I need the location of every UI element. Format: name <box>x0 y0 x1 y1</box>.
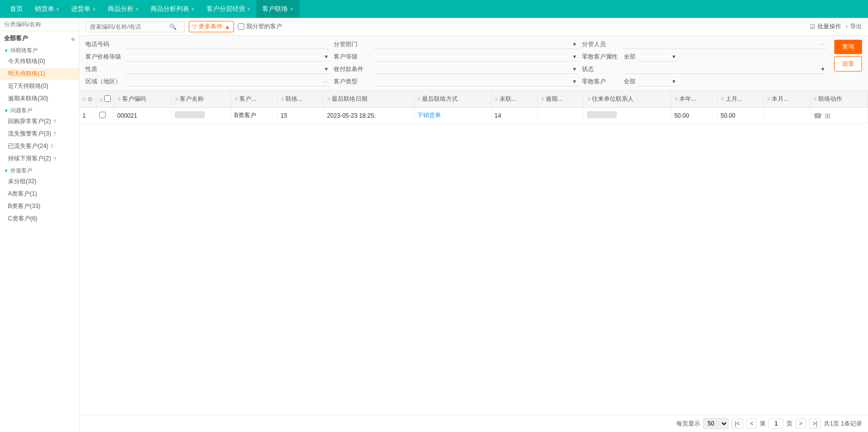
nature-select[interactable]: ▾ <box>125 65 330 74</box>
nav-close-icon[interactable]: × <box>92 6 95 12</box>
sidebar-item-近7天待联络(0)[interactable]: 近7天待联络(0) <box>0 80 79 92</box>
nav-close-icon[interactable]: × <box>247 6 250 12</box>
person-select[interactable]: ··· <box>622 40 826 49</box>
my-customers-checkbox[interactable]: 我分管的客户 <box>238 22 282 31</box>
sidebar-item-回购异常客户(2)[interactable]: 回购异常客户(2)? <box>0 115 79 128</box>
sidebar-item-A类客户(1)[interactable]: A类客户(1) <box>0 188 79 200</box>
first-page-button[interactable]: |< <box>731 419 743 429</box>
sidebar-item-今天待联络(0)[interactable]: 今天待联络(0) <box>0 55 79 68</box>
row-select-checkbox[interactable] <box>99 112 106 118</box>
settings-col-header[interactable]: ⚙ <box>79 91 96 108</box>
prev-page-button[interactable]: < <box>746 419 757 429</box>
sidebar-item-label: 未分组(32) <box>8 177 36 186</box>
my-customers-check-input[interactable] <box>238 23 244 30</box>
collapse-icon[interactable]: « <box>71 35 75 43</box>
table-footer: 每页显示 50 100 200 |< < 第 页 > >| 共1页 1条记录 <box>79 415 868 432</box>
sidebar-search-input[interactable] <box>4 21 78 28</box>
sidebar-item-label: 流失预警客户(3) <box>8 130 51 138</box>
sidebar-item-B类客户(33)[interactable]: B类客户(33) <box>0 200 79 213</box>
sidebar-group-问题客户[interactable]: 问题客户 <box>0 105 79 115</box>
checkbox-col-header[interactable] <box>96 91 114 108</box>
phone-label: 电话号码 <box>85 40 125 49</box>
set-button[interactable]: 设置 <box>834 56 862 72</box>
help-icon[interactable]: ? <box>53 131 56 137</box>
nav-close-icon[interactable]: × <box>136 6 139 12</box>
filter-dept: 分管部门 ▾ <box>334 40 578 49</box>
dept-select[interactable]: ▾ <box>373 40 578 49</box>
scatter-cust-select[interactable]: ▾ <box>638 77 677 86</box>
customer-table: ⚙ 客户编码 客户名称 客户... 联络... 最后联络日期 最后联络方式 未联… <box>79 91 868 124</box>
sidebar-item-逾期未联络(30)[interactable]: 逾期未联络(30) <box>0 92 79 105</box>
status-select[interactable]: ▾ <box>622 65 826 74</box>
select-all-checkbox[interactable] <box>104 95 111 102</box>
sidebar-item-label: B类客户(33) <box>8 202 40 211</box>
filter-search-icon[interactable]: 🔍 <box>169 23 177 30</box>
nav-item-商品分析列表[interactable]: 商品分析列表× <box>145 0 200 18</box>
filter-bar: 🔍 ▽ 更多条件 ▲ 我分管的客户 ☑ 批量操作 ↑ 导出 <box>79 18 868 36</box>
region-select[interactable]: ··· <box>125 77 330 86</box>
next-page-button[interactable]: > <box>796 419 806 429</box>
payment-select[interactable]: ▾ <box>373 65 578 74</box>
page-size-select[interactable]: 50 100 200 <box>703 418 728 429</box>
nav-close-icon[interactable]: × <box>290 6 293 12</box>
sidebar-item-流失预警客户(3)[interactable]: 流失预警客户(3)? <box>0 128 79 140</box>
phone-input[interactable] <box>127 41 328 48</box>
last-method-link[interactable]: 下销货单 <box>417 112 441 119</box>
batch-op-button[interactable]: ☑ 批量操作 <box>810 22 841 31</box>
sidebar-item-C类客户(6)[interactable]: C类客户(6) <box>0 213 79 225</box>
action-icon-1[interactable]: ☎ <box>813 112 822 120</box>
person-label: 分管人员 <box>582 40 622 49</box>
sidebar-item-已流失客户(24)[interactable]: 已流失客户(24)? <box>0 140 79 152</box>
customer-name-blurred <box>175 111 205 118</box>
filter-phone: 电话号码 <box>85 40 330 49</box>
sidebar-item-明天待联络(1)[interactable]: 明天待联络(1) <box>0 68 79 80</box>
checkbox-icon: ☑ <box>810 23 815 30</box>
nav-close-icon[interactable]: × <box>56 6 59 12</box>
help-icon[interactable]: ? <box>53 156 56 162</box>
sidebar-item-持续下滑客户(2)[interactable]: 持续下滑客户(2)? <box>0 152 79 165</box>
sidebar-item-label: 明天待联络(1) <box>8 70 45 78</box>
current-page-label: 第 <box>760 420 766 428</box>
help-icon[interactable]: ? <box>50 144 53 149</box>
filter-button-group: 查询 设置 <box>834 40 862 86</box>
sidebar-group-待联络客户[interactable]: 待联络客户 <box>0 45 79 55</box>
top-nav: 首页销货单×进货单×商品分析×商品分析列表×客户分层经营×客户联络× <box>0 0 868 18</box>
nav-item-销货单[interactable]: 销货单× <box>29 0 65 18</box>
cust-grade-label: 客户等级 <box>334 53 373 61</box>
sidebar-item-未分组(32)[interactable]: 未分组(32) <box>0 175 79 188</box>
more-filter-button[interactable]: ▽ 更多条件 ▲ <box>189 21 234 32</box>
help-icon[interactable]: ? <box>53 119 56 125</box>
nav-item-客户联络[interactable]: 客户联络× <box>256 0 299 18</box>
phone-input-wrap[interactable] <box>125 40 330 49</box>
row-uncontact: 14 <box>491 108 537 124</box>
my-customers-label: 我分管的客户 <box>246 22 282 31</box>
nav-item-商品分析[interactable]: 商品分析× <box>102 0 145 18</box>
row-last-method[interactable]: 下销货单 <box>414 108 492 124</box>
table-area: ⚙ 客户编码 客户名称 客户... 联络... 最后联络日期 最后联络方式 未联… <box>79 91 868 415</box>
all-customers-header[interactable]: 全部客户 « <box>0 31 79 45</box>
filter-payment: 收付款条件 ▾ <box>334 65 578 74</box>
cust-grade-select[interactable]: ▾ <box>373 52 578 62</box>
filter-row-4: 区域（地区） ··· 客户类型 ▾ 零散客户 全部 <box>85 77 826 86</box>
sidebar-item-label: 今天待联络(0) <box>8 57 45 66</box>
nav-item-进货单[interactable]: 进货单× <box>65 0 101 18</box>
page-number-input[interactable] <box>769 419 784 429</box>
nav-item-首页[interactable]: 首页 <box>4 0 29 18</box>
nav-close-icon[interactable]: × <box>191 6 194 12</box>
filter-search-input[interactable] <box>90 23 169 30</box>
row-this-year: 50.00 <box>671 108 717 124</box>
scatter-attr-select[interactable]: ▾ <box>638 52 677 62</box>
nav-item-客户分层经营[interactable]: 客户分层经营× <box>201 0 256 18</box>
query-button[interactable]: 查询 <box>834 40 862 54</box>
last-page-button[interactable]: >| <box>809 419 821 429</box>
page-unit: 页 <box>787 420 793 428</box>
export-button[interactable]: ↑ 导出 <box>845 22 862 31</box>
payment-label: 收付款条件 <box>334 65 373 73</box>
nature-label: 性质 <box>85 65 125 73</box>
sidebar-group-价值客户[interactable]: 价值客户 <box>0 165 79 175</box>
cust-type-select[interactable]: ▾ <box>373 77 578 86</box>
price-grade-select[interactable]: ▾ <box>125 52 330 62</box>
table-row: 1000021B类客户152023-05-23 18:25:下销货单1450.0… <box>79 108 868 124</box>
action-icon-2[interactable]: ⊞ <box>825 112 831 120</box>
row-checkbox[interactable] <box>96 108 114 124</box>
